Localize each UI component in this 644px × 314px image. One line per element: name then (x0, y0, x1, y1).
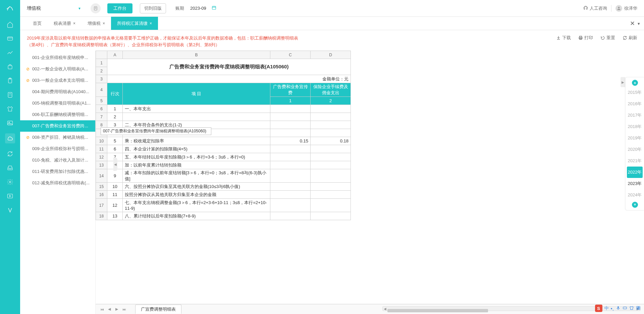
doc-icon-button[interactable] (91, 3, 101, 13)
tab-menu-icon[interactable]: ▾ (638, 21, 640, 26)
row-index[interactable]: 9 (107, 169, 123, 183)
app-logo[interactable] (0, 0, 20, 17)
form-item-4[interactable]: 005-纳税调整项目明细表(A1... (20, 98, 95, 109)
collapse-sidebar-handle[interactable]: ◀ (113, 158, 117, 171)
cell-c[interactable] (270, 145, 311, 153)
old-version-button[interactable]: 切到旧版 (140, 3, 166, 13)
form-item-0[interactable]: 001-企业所得税年度纳税申... (20, 52, 95, 63)
row-item[interactable]: 六、按照分摊协议归集至其他关联方的金额(10≤3与6孰小值) (123, 183, 270, 191)
form-item-5[interactable]: 006-职工薪酬纳税调整明细... (20, 109, 95, 120)
year-item[interactable]: 2016年 (626, 98, 644, 110)
row-num[interactable]: 4 (96, 83, 107, 97)
row-index[interactable]: 13 (107, 212, 123, 220)
col-header-C[interactable]: C (270, 51, 311, 59)
sheet-nav-last[interactable]: ⏭ (121, 306, 127, 312)
rail-clipboard-icon[interactable] (6, 77, 14, 84)
row-item[interactable]: 一、本年支出 (123, 105, 270, 113)
form-item-10[interactable]: 011-研发费用加计扣除优惠... (20, 166, 95, 177)
row-num[interactable]: 17 (96, 199, 107, 212)
row-num[interactable]: 16 (96, 191, 107, 199)
sheet-nav-first[interactable]: ⏮ (99, 306, 105, 312)
tax-type-select[interactable]: 增值税 ▾ (27, 5, 80, 11)
row-num[interactable]: 15 (96, 183, 107, 191)
print-button[interactable]: 打印 (578, 35, 593, 41)
rail-bag-icon[interactable] (6, 63, 14, 70)
cell-d[interactable] (311, 121, 351, 129)
reset-button[interactable]: 重置 (600, 35, 615, 41)
rail-shirt-icon[interactable] (6, 105, 14, 113)
rail-video-icon[interactable] (6, 192, 14, 200)
form-item-3[interactable]: 004-期间费用明细表(A1040... (20, 86, 95, 98)
rail-cloud-icon[interactable] (5, 133, 15, 143)
year-item[interactable]: 2023年 (626, 178, 644, 189)
cell-d[interactable] (311, 183, 351, 191)
close-all-tabs-icon[interactable]: ✕ (630, 20, 635, 27)
rail-calc-icon[interactable] (6, 91, 14, 99)
row-index[interactable]: 5 (107, 137, 123, 145)
cell-d[interactable] (311, 105, 351, 113)
col-header-B[interactable]: B (123, 51, 270, 59)
row-num[interactable]: 2 (96, 67, 107, 75)
row-index[interactable]: 10 (107, 183, 123, 191)
year-item[interactable]: 2017年 (626, 110, 644, 121)
tab-2[interactable]: 增值税× (82, 17, 111, 30)
row-num[interactable]: 6 (96, 105, 107, 113)
cell-c[interactable]: 0.15 (270, 137, 311, 145)
row-num[interactable]: 5 (96, 97, 107, 105)
row-num[interactable]: 10 (96, 137, 107, 145)
ime-mode[interactable]: 中 (604, 305, 609, 311)
cell-d[interactable] (311, 145, 351, 153)
help-link[interactable]: 人工咨询 (583, 5, 607, 11)
sheet-nav-prev[interactable]: ◀ (106, 306, 112, 312)
cell-d[interactable]: 0.18 (311, 137, 351, 145)
col-header-A[interactable]: A (107, 51, 123, 59)
year-item[interactable]: 2015年 (626, 87, 644, 98)
row-index[interactable]: 2 (107, 113, 123, 121)
cell-c[interactable] (270, 129, 311, 137)
ime-punct-icon[interactable]: •, (611, 306, 614, 311)
row-num[interactable]: 12 (96, 153, 107, 161)
rail-v-icon[interactable] (6, 206, 14, 214)
cell-name-box[interactable]: 007-广告费和业务宣传费跨年度纳税调整明细表(A105060) (101, 127, 211, 135)
cell-d[interactable] (311, 199, 351, 212)
year-item[interactable]: 2018年 (626, 121, 644, 132)
year-item[interactable]: 2019年 (626, 132, 644, 144)
cell-c[interactable] (270, 153, 311, 161)
cell-c[interactable] (270, 212, 311, 220)
sheet-tab[interactable]: 广宣费调整明细表 (135, 305, 181, 314)
cell-c[interactable] (270, 183, 311, 191)
form-item-2[interactable]: ⊘003-一般企业成本支出明细... (20, 75, 95, 86)
cell-d[interactable] (311, 129, 351, 137)
ime-logo-icon[interactable]: S (595, 305, 602, 312)
row-item[interactable]: 乘：税收规定扣除率 (123, 137, 270, 145)
col-header-D[interactable]: D (311, 51, 351, 59)
row-index[interactable]: 1 (107, 105, 123, 113)
ime-mic-icon[interactable] (616, 306, 621, 311)
row-item[interactable]: 五、本年结转以后年度扣除额(3＞6，本行=3-6；3≤6，本行=0) (123, 153, 270, 161)
cell-c[interactable] (270, 113, 311, 121)
cell-c[interactable] (270, 169, 311, 183)
row-item[interactable]: 四、本企业计算的扣除限额(4×5) (123, 145, 270, 153)
user-menu[interactable]: 徐泽华 (615, 5, 637, 12)
cell-d[interactable] (311, 191, 351, 199)
row-num[interactable]: 11 (96, 145, 107, 153)
tab-3[interactable]: 所得税汇算清缴× (111, 17, 158, 30)
rail-card-icon[interactable] (6, 35, 14, 42)
year-item[interactable]: 2022年 (627, 167, 643, 178)
rail-home-icon[interactable] (6, 21, 14, 28)
row-item[interactable]: 按照分摊协议从其他关联方归集至本企业的金额 (123, 191, 270, 199)
cell-c[interactable] (270, 161, 311, 169)
cell-d[interactable] (311, 153, 351, 161)
row-index[interactable]: 11 (107, 191, 123, 199)
corner-cell[interactable] (96, 51, 107, 59)
cell-c[interactable] (270, 105, 311, 113)
tab-1[interactable]: 税表清册× (48, 17, 82, 30)
tab-close-icon[interactable]: × (73, 21, 75, 26)
form-item-8[interactable]: 009-企业所得税弥补亏损明... (20, 143, 95, 154)
rail-refresh-icon[interactable] (6, 150, 14, 158)
cell-c[interactable] (270, 199, 311, 212)
hscroll-left-icon[interactable]: ◀ (383, 306, 387, 311)
ime-keyboard-icon[interactable] (623, 306, 627, 311)
expand-year-handle[interactable]: ▶ (621, 77, 625, 87)
refresh-button[interactable]: 刷新 (623, 35, 637, 41)
